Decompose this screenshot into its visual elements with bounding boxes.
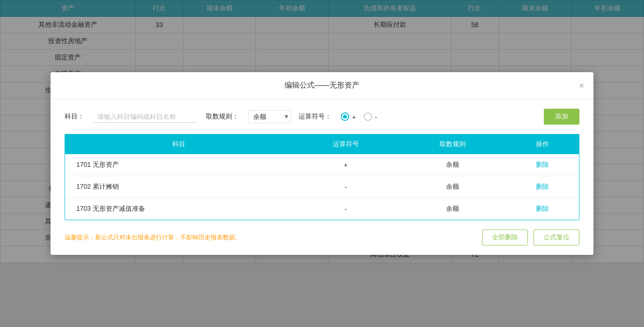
formula-table: 科目运算符号取数规则操作 1701 无形资产+余额删除1702 累计摊销-余额删… [65,134,579,220]
delete-link[interactable]: 删除 [536,161,549,168]
delete-link[interactable]: 删除 [536,183,549,190]
delete-all-button[interactable]: 全部删除 [482,230,528,245]
rule-cell: 余额 [399,176,506,198]
footer-buttons: 全部删除 公式复位 [482,230,579,245]
rule-cell: 余额 [399,198,506,220]
op-cell: - [292,176,399,198]
action-cell: 删除 [506,154,579,176]
rule-cell: 余额 [399,154,506,176]
radio-plus-label: + [352,113,356,121]
tip-text: 温馨提示：新公式只对未出报表进行计算，不影响历史报表数据。 [65,233,241,242]
delete-link[interactable]: 删除 [536,205,549,212]
subject-input[interactable] [94,111,197,123]
radio-minus-circle [364,112,372,121]
op-label: 运算符号： [299,112,331,121]
radio-minus[interactable]: - [364,112,377,121]
radio-plus[interactable]: + [341,112,356,121]
action-cell: 删除 [506,176,579,198]
add-button[interactable]: 添加 [544,109,579,125]
modal-footer: 温馨提示：新公式只对未出报表进行计算，不影响历史报表数据。 全部删除 公式复位 [51,220,593,255]
rule-select[interactable]: 余额借方贷方借方余额贷方余额 [248,110,291,123]
radio-minus-label: - [375,113,377,121]
op-cell: + [292,154,399,176]
table-column-header: 运算符号 [292,134,399,154]
table-row: 1703 无形资产减值准备-余额删除 [65,198,579,220]
formula-form-row: 科目： 取数规则： 余额借方贷方借方余额贷方余额 ▼ 运算符号： + - 添加 [51,99,593,134]
rule-select-wrap: 余额借方贷方借方余额贷方余额 ▼ [248,110,289,123]
modal-close-button[interactable]: × [579,82,584,90]
modal-title: 编辑公式——无形资产 [285,81,359,90]
table-column-header: 取数规则 [399,134,506,154]
reset-button[interactable]: 公式复位 [534,230,579,245]
modal-header: 编辑公式——无形资产 × [51,72,593,99]
table-column-header: 操作 [506,134,579,154]
table-row: 1702 累计摊销-余额删除 [65,176,579,198]
subject-cell: 1702 累计摊销 [65,176,292,198]
op-radio-group: + - [341,112,377,121]
op-cell: - [292,198,399,220]
table-column-header: 科目 [65,134,292,154]
rule-label: 取数规则： [206,112,239,121]
radio-plus-circle [341,112,349,121]
edit-formula-modal: 编辑公式——无形资产 × 科目： 取数规则： 余额借方贷方借方余额贷方余额 ▼ … [51,72,593,255]
subject-cell: 1701 无形资产 [65,154,292,176]
subject-cell: 1703 无形资产减值准备 [65,198,292,220]
subject-label: 科目： [65,112,84,121]
table-row: 1701 无形资产+余额删除 [65,154,579,176]
action-cell: 删除 [506,198,579,220]
